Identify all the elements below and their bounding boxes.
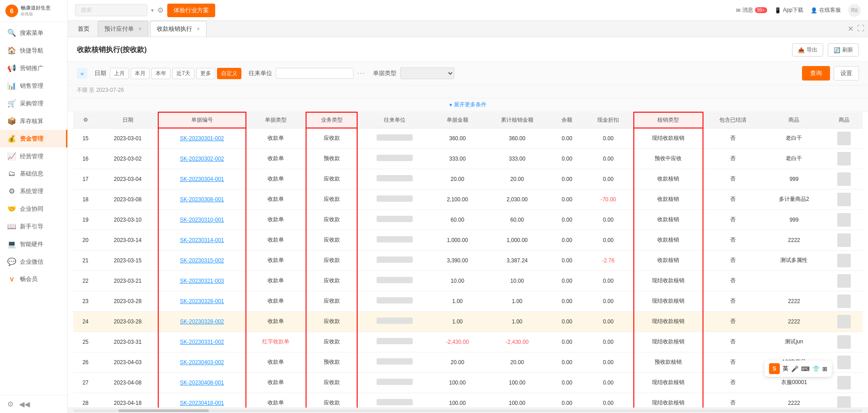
sidebar-item-weixin[interactable]: 💬 企业微信 [0, 253, 67, 271]
doc-no-link[interactable]: SK-20230308-001 [180, 196, 224, 203]
settings-button[interactable]: 设置 [834, 66, 859, 81]
doc-no-link[interactable]: SK-20230403-002 [180, 359, 224, 366]
collapse-icon[interactable]: ◀◀ [19, 400, 30, 408]
sidebar-item-marketing[interactable]: 📢 营销推广 [0, 59, 67, 77]
sidebar-label-member: 畅会员 [20, 275, 38, 283]
btn-7days[interactable]: 近7天 [172, 68, 194, 79]
col-header-cash-discount[interactable]: 现金折扣 [583, 112, 634, 128]
app-download-item[interactable]: 📱 App下载 [774, 6, 803, 14]
sidebar-item-inventory[interactable]: 📦 库存核算 [0, 112, 67, 130]
sidebar: 6 畅康道好生意 标推版 🔍 搜索菜单 🏠 快捷导航 📢 营销推广 📊 销售管理 [0, 0, 68, 413]
doc-no-link[interactable]: SK-20230314-001 [180, 237, 224, 243]
table-container[interactable]: ⚙ 日期 单据编号 单据类型 业务类型 往来单位 单据金额 累计核销金额 余额 … [68, 112, 868, 408]
sidebar-item-sales[interactable]: 📊 销售管理 [0, 77, 67, 95]
tab-home[interactable]: 首页 [71, 21, 96, 37]
settings-icon[interactable]: ⚙ [7, 400, 14, 408]
col-header-product2[interactable]: 商品 [826, 112, 863, 128]
btn-last-month[interactable]: 上月 [110, 68, 129, 79]
tab-expand-icon[interactable]: ⛶ [857, 24, 864, 33]
solution-button[interactable]: 体验行业方案 [167, 4, 215, 17]
doc-no-link[interactable]: SK-20230304-001 [180, 176, 224, 182]
online-service-item[interactable]: 👤 在线客服 [811, 6, 841, 14]
sidebar-item-finance[interactable]: 💰 资金管理 [0, 130, 67, 147]
tabbar-actions: ✕ ⛶ [848, 24, 864, 33]
cell-cancel-type: 收款核销 [634, 209, 703, 230]
cell-no: 27 [73, 372, 98, 393]
cell-cash-discount: 0.00 [583, 332, 634, 352]
btn-this-month[interactable]: 本月 [131, 68, 150, 79]
export-icon: 📤 [798, 47, 805, 53]
doc-no-link[interactable]: SK-20230331-002 [180, 339, 224, 345]
doc-no-link[interactable]: SK-20230328-001 [180, 298, 224, 304]
floating-shirt-icon[interactable]: 👕 [812, 366, 820, 372]
sidebar-item-quick[interactable]: 🏠 快捷导航 [0, 42, 67, 59]
export-button[interactable]: 📤 导出 [792, 43, 823, 57]
expand-more-button[interactable]: ▾ 展开更多条件 [449, 101, 486, 109]
topbar-gear-icon[interactable]: ⚙ [157, 6, 164, 14]
doc-no-link[interactable]: SK-20230418-001 [180, 400, 224, 406]
sidebar-label-finance: 资金管理 [20, 135, 43, 143]
cell-include-settled: 否 [703, 291, 762, 311]
doc-no-link[interactable]: SK-20230321-003 [180, 278, 224, 284]
col-header-doc-no[interactable]: 单据编号 [158, 112, 246, 128]
col-header-gear[interactable]: ⚙ [73, 112, 98, 128]
floating-grid-icon[interactable]: ⊞ [822, 366, 827, 372]
sidebar-item-purchase[interactable]: 🛒 采购管理 [0, 95, 67, 112]
cell-cash-discount: 0.00 [583, 393, 634, 408]
doc-no-link[interactable]: SK-20230301-002 [180, 135, 224, 142]
unit-input[interactable] [276, 68, 354, 79]
col-header-cancel-type[interactable]: 核销类型 [634, 112, 703, 128]
tab-prepay[interactable]: 预计应付单 × [98, 21, 148, 37]
query-button[interactable]: 查询 [802, 66, 830, 81]
table-row: 20 2023-03-14 SK-20230314-001 收款单 应收款 1,… [73, 230, 863, 250]
sidebar-item-member[interactable]: V 畅会员 [0, 271, 67, 288]
col-header-biz-type[interactable]: 业务类型 [306, 112, 358, 128]
btn-more-date[interactable]: 更多 [196, 68, 215, 79]
cell-no: 26 [73, 352, 98, 372]
tab-close-all-icon[interactable]: ✕ [848, 24, 854, 33]
scrollbar-thumb[interactable] [118, 409, 209, 412]
sidebar-item-operation[interactable]: 📈 经营管理 [0, 147, 67, 165]
cell-unit [357, 271, 431, 291]
tab-prepay-close[interactable]: × [138, 26, 142, 32]
btn-this-year[interactable]: 本年 [151, 68, 170, 79]
col-header-date[interactable]: 日期 [98, 112, 158, 128]
refresh-button[interactable]: 🔄 刷新 [828, 43, 859, 57]
floating-keyboard-icon[interactable]: ⌨ [801, 366, 810, 372]
sidebar-item-basic[interactable]: 🗂 基础信息 [0, 165, 67, 182]
btn-custom-date[interactable]: 自定义 [217, 68, 241, 79]
cell-include-settled: 否 [703, 128, 762, 148]
col-header-unit[interactable]: 往来单位 [357, 112, 431, 128]
floating-mic-icon[interactable]: 🎤 [791, 366, 798, 372]
col-header-cum-cancel[interactable]: 累计核销金额 [483, 112, 551, 128]
cell-cum-cancel: 360.00 [483, 128, 551, 148]
col-header-doc-type[interactable]: 单据类型 [246, 112, 306, 128]
col-header-product[interactable]: 商品 [762, 112, 826, 128]
col-header-balance[interactable]: 余额 [551, 112, 583, 128]
sidebar-item-guide[interactable]: 📖 新手引导 [0, 218, 67, 235]
sidebar-item-hardware[interactable]: 💻 智能硬件 [0, 235, 67, 253]
tab-receipt-close[interactable]: × [197, 26, 200, 32]
cell-doc-type: 收款单 [246, 209, 306, 230]
filter-expand-button[interactable]: » [77, 68, 87, 79]
messages-item[interactable]: ✉ 消息 99+ [736, 6, 767, 14]
sidebar-item-system[interactable]: ⚙ 系统管理 [0, 182, 67, 200]
doc-type-select[interactable] [400, 67, 454, 79]
doc-no-link[interactable]: SK-20230302-002 [180, 156, 224, 162]
cell-balance: 0.00 [551, 291, 583, 311]
doc-no-link[interactable]: SK-20230408-001 [180, 380, 224, 386]
cell-unit [357, 189, 431, 209]
user-avatar[interactable]: Rit [848, 4, 861, 17]
doc-no-link[interactable]: SK-20230310-001 [180, 217, 224, 223]
horizontal-scrollbar[interactable] [68, 408, 868, 413]
doc-no-link[interactable]: SK-20230328-002 [180, 318, 224, 325]
col-header-amount[interactable]: 单据金额 [431, 112, 483, 128]
cell-date: 2023-03-28 [98, 311, 158, 332]
cell-product-img [826, 128, 863, 148]
sidebar-item-cooperation[interactable]: 🤝 企业协同 [0, 200, 67, 218]
sidebar-item-search[interactable]: 🔍 搜索菜单 [0, 24, 67, 42]
tab-receipt[interactable]: 收款核销执行 × [150, 21, 207, 37]
col-header-include-settled[interactable]: 包含已结清 [703, 112, 762, 128]
doc-no-link[interactable]: SK-20230315-002 [180, 257, 224, 264]
topbar-dropdown-arrow[interactable]: ▾ [151, 7, 154, 14]
